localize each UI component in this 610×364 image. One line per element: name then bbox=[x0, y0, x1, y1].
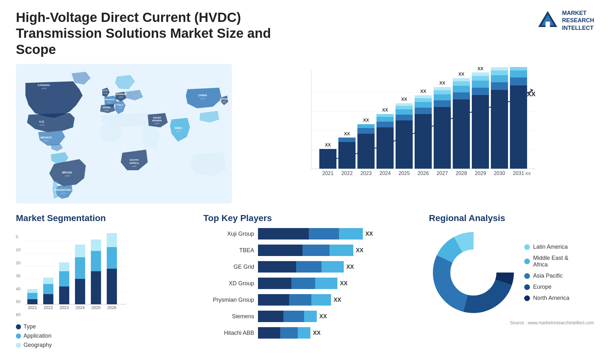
map-label-mexico: MEXICO bbox=[40, 136, 52, 139]
players-title: Top Key Players bbox=[203, 213, 419, 223]
player-bar-siemens: XX bbox=[258, 311, 419, 322]
segmentation-section: Market Segmentation 60 50 40 30 20 10 0 bbox=[16, 213, 194, 348]
regional-section: Regional Analysis bbox=[429, 213, 594, 348]
seg-chart-svg: 2021 2022 2023 bbox=[25, 228, 126, 317]
svg-rect-40 bbox=[376, 122, 394, 127]
player-xx-tbea: XX bbox=[356, 247, 363, 254]
svg-rect-111 bbox=[59, 286, 69, 304]
player-name-xuji: Xuji Group bbox=[203, 231, 254, 237]
svg-rect-120 bbox=[91, 251, 101, 271]
svg-rect-52 bbox=[415, 102, 432, 108]
logo-area: MARKETRESEARCHINTELLECT bbox=[537, 10, 594, 32]
map-label-china: CHINA bbox=[198, 94, 207, 97]
svg-text:AFRICA: AFRICA bbox=[129, 162, 139, 165]
svg-text:XX: XX bbox=[458, 71, 464, 77]
player-name-ge: GE Grid bbox=[203, 264, 254, 270]
donut-container: Latin America Middle East &Africa Asia P… bbox=[429, 228, 594, 317]
players-list: Xuji Group XX TBEA bbox=[203, 228, 419, 339]
map-label-uk: U.K. bbox=[103, 89, 108, 92]
svg-text:2026: 2026 bbox=[107, 305, 117, 310]
player-xx-hitachi: XX bbox=[313, 330, 321, 336]
page-title: High-Voltage Direct Current (HVDC) Trans… bbox=[16, 10, 302, 57]
svg-rect-36 bbox=[357, 128, 375, 134]
player-xx-prysmian: XX bbox=[334, 297, 341, 303]
svg-text:ARABIA: ARABIA bbox=[152, 119, 162, 122]
svg-text:2026: 2026 bbox=[417, 171, 429, 176]
svg-text:2024: 2024 bbox=[76, 305, 85, 310]
svg-rect-108 bbox=[43, 284, 53, 294]
svg-rect-63 bbox=[453, 92, 470, 99]
svg-text:xx%: xx% bbox=[200, 97, 205, 100]
svg-text:2029: 2029 bbox=[475, 171, 486, 176]
map-label-southafrica: SOUTH bbox=[130, 158, 139, 161]
player-xx-siemens: XX bbox=[319, 313, 327, 320]
svg-text:XX: XX bbox=[325, 142, 331, 147]
page: High-Voltage Direct Current (HVDC) Trans… bbox=[0, 0, 610, 364]
player-row-prysmian: Prysmian Group XX bbox=[203, 294, 419, 306]
map-label-brazil: BRAZIL bbox=[62, 171, 73, 174]
player-name-hitachi: Hitachi ABB bbox=[203, 330, 254, 336]
svg-rect-2 bbox=[546, 22, 550, 27]
player-xx-ge: XX bbox=[346, 264, 354, 270]
svg-rect-119 bbox=[91, 271, 101, 304]
player-row-hitachi: Hitachi ABB XX bbox=[203, 327, 419, 339]
svg-rect-75 bbox=[491, 82, 508, 90]
player-xx-xuji: XX bbox=[365, 231, 373, 237]
svg-text:2031: 2031 bbox=[513, 171, 524, 176]
svg-rect-78 bbox=[491, 67, 508, 71]
svg-text:2025: 2025 bbox=[92, 305, 101, 310]
svg-rect-65 bbox=[453, 81, 470, 86]
map-label-germany: GERMANY bbox=[114, 93, 128, 96]
legend-north-america-dot bbox=[524, 295, 530, 301]
player-name-xd: XD Group bbox=[203, 280, 254, 287]
svg-rect-109 bbox=[43, 278, 53, 284]
map-label-france: FRANCE bbox=[104, 98, 115, 101]
player-bar-prysmian: XX bbox=[258, 294, 419, 306]
bar-chart-area: XX XX XX XX bbox=[238, 64, 594, 204]
svg-rect-62 bbox=[453, 99, 470, 169]
map-label-italy: ITALY bbox=[117, 104, 124, 106]
svg-rect-121 bbox=[91, 239, 101, 251]
svg-rect-115 bbox=[75, 279, 85, 304]
legend-latin-america: Latin America bbox=[524, 244, 569, 250]
svg-text:2027: 2027 bbox=[437, 171, 448, 176]
svg-rect-70 bbox=[472, 81, 489, 88]
svg-rect-112 bbox=[59, 271, 69, 286]
svg-rect-105 bbox=[27, 289, 37, 293]
svg-text:XX: XX bbox=[420, 89, 426, 94]
seg-legend: Type Application Geography bbox=[16, 323, 194, 348]
svg-rect-50 bbox=[415, 114, 432, 169]
svg-text:XX: XX bbox=[478, 67, 484, 71]
svg-rect-53 bbox=[415, 98, 432, 102]
svg-rect-56 bbox=[434, 107, 451, 169]
map-area: CANADA xx% U.S. xx% MEXICO xx% BRAZIL xx… bbox=[16, 64, 232, 204]
svg-text:2022: 2022 bbox=[341, 171, 353, 176]
svg-rect-123 bbox=[107, 269, 117, 304]
map-label-spain: SPAIN bbox=[103, 106, 110, 109]
legend-mea-dot bbox=[524, 259, 530, 264]
svg-text:2021: 2021 bbox=[322, 171, 334, 176]
svg-rect-107 bbox=[43, 294, 53, 304]
svg-rect-58 bbox=[434, 94, 451, 100]
legend-latin-america-dot bbox=[524, 244, 530, 250]
svg-text:XX: XX bbox=[439, 80, 445, 85]
legend-asia-pacific-label: Asia Pacific bbox=[533, 273, 563, 279]
svg-rect-124 bbox=[107, 247, 117, 269]
svg-rect-74 bbox=[491, 90, 508, 169]
player-row-xd: XD Group XX bbox=[203, 278, 419, 289]
svg-point-132 bbox=[454, 253, 493, 292]
svg-text:2023: 2023 bbox=[360, 171, 372, 176]
svg-rect-81 bbox=[510, 78, 527, 85]
player-name-tbea: TBEA bbox=[203, 247, 254, 254]
svg-rect-69 bbox=[472, 88, 489, 95]
world-map: CANADA xx% U.S. xx% MEXICO xx% BRAZIL xx… bbox=[16, 64, 232, 204]
legend-north-america-label: North America bbox=[533, 295, 569, 301]
svg-rect-116 bbox=[75, 257, 85, 279]
donut-chart bbox=[429, 228, 518, 317]
logo-text: MARKETRESEARCHINTELLECT bbox=[562, 10, 594, 32]
legend-geography-dot bbox=[16, 343, 21, 348]
players-section: Top Key Players Xuji Group XX bbox=[203, 213, 419, 348]
svg-text:XX: XX bbox=[401, 97, 407, 102]
svg-rect-103 bbox=[27, 299, 37, 304]
player-bar-ge: XX bbox=[258, 261, 419, 273]
